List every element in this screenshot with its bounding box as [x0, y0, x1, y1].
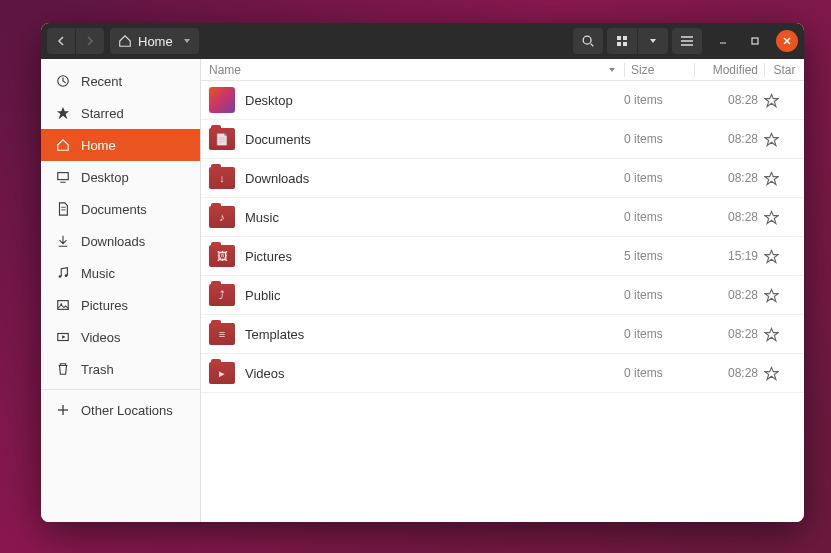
file-modified: 08:28	[694, 210, 764, 224]
view-dropdown-button[interactable]	[638, 28, 668, 54]
file-modified: 08:28	[694, 288, 764, 302]
file-size: 0 items	[624, 210, 694, 224]
svg-line-1	[591, 44, 594, 47]
home-icon	[55, 138, 71, 152]
file-row[interactable]: Desktop0 items08:28	[201, 81, 804, 120]
column-name[interactable]: Name	[201, 63, 624, 77]
sidebar: RecentStarredHomeDesktopDocumentsDownloa…	[41, 59, 201, 522]
file-modified: 08:28	[694, 171, 764, 185]
star-toggle[interactable]	[764, 210, 804, 225]
star-toggle[interactable]	[764, 132, 804, 147]
svg-point-19	[65, 274, 68, 277]
sidebar-item-label: Documents	[81, 202, 147, 217]
star-toggle[interactable]	[764, 366, 804, 381]
svg-rect-14	[58, 173, 69, 180]
star-toggle[interactable]	[764, 171, 804, 186]
file-modified: 08:28	[694, 327, 764, 341]
file-size: 0 items	[624, 327, 694, 341]
file-modified: 08:28	[694, 132, 764, 146]
folder-icon: ↓	[209, 165, 235, 191]
sort-indicator-icon	[608, 66, 616, 74]
file-modified: 15:19	[694, 249, 764, 263]
sidebar-item-downloads[interactable]: Downloads	[41, 225, 200, 257]
sidebar-item-desktop[interactable]: Desktop	[41, 161, 200, 193]
sidebar-item-label: Music	[81, 266, 115, 281]
sidebar-item-home[interactable]: Home	[41, 129, 200, 161]
maximize-button[interactable]	[744, 30, 766, 52]
folder-icon: 🖼	[209, 243, 235, 269]
column-headers: Name Size Modified Star	[201, 59, 804, 81]
svg-rect-5	[623, 42, 627, 46]
music-icon	[55, 266, 71, 280]
sidebar-item-label: Videos	[81, 330, 121, 345]
picture-icon	[55, 298, 71, 312]
video-icon	[55, 330, 71, 344]
sidebar-item-label: Desktop	[81, 170, 129, 185]
download-icon	[55, 234, 71, 248]
sidebar-item-starred[interactable]: Starred	[41, 97, 200, 129]
svg-rect-10	[752, 38, 758, 44]
file-modified: 08:28	[694, 93, 764, 107]
back-button[interactable]	[47, 28, 75, 54]
star-toggle[interactable]	[764, 249, 804, 264]
file-row[interactable]: ⤴Public0 items08:28	[201, 276, 804, 315]
sidebar-item-pictures[interactable]: Pictures	[41, 289, 200, 321]
sidebar-item-label: Trash	[81, 362, 114, 377]
sidebar-item-label: Starred	[81, 106, 124, 121]
folder-icon: ≡	[209, 321, 235, 347]
sidebar-item-label: Home	[81, 138, 116, 153]
sidebar-item-music[interactable]: Music	[41, 257, 200, 289]
hamburger-menu-button[interactable]	[672, 28, 702, 54]
file-size: 0 items	[624, 132, 694, 146]
column-modified[interactable]: Modified	[694, 63, 764, 77]
file-row[interactable]: ▸Videos0 items08:28	[201, 354, 804, 393]
file-name: Public	[235, 288, 624, 303]
trash-icon	[55, 362, 71, 376]
file-row[interactable]: ♪Music0 items08:28	[201, 198, 804, 237]
forward-button[interactable]	[76, 28, 104, 54]
file-manager-window: Home RecentStar	[41, 23, 804, 522]
file-size: 0 items	[624, 93, 694, 107]
file-row[interactable]: ↓Downloads0 items08:28	[201, 159, 804, 198]
search-button[interactable]	[573, 28, 603, 54]
file-row[interactable]: ≡Templates0 items08:28	[201, 315, 804, 354]
svg-rect-20	[58, 301, 69, 310]
file-row[interactable]: 🖼Pictures5 items15:19	[201, 237, 804, 276]
star-toggle[interactable]	[764, 288, 804, 303]
view-grid-button[interactable]	[607, 28, 637, 54]
column-star[interactable]: Star	[764, 63, 804, 77]
sidebar-item-label: Pictures	[81, 298, 128, 313]
file-name: Pictures	[235, 249, 624, 264]
file-row[interactable]: 📄Documents0 items08:28	[201, 120, 804, 159]
clock-icon	[55, 74, 71, 88]
sidebar-other-locations[interactable]: Other Locations	[41, 394, 200, 426]
file-name: Videos	[235, 366, 624, 381]
file-name: Music	[235, 210, 624, 225]
folder-icon: ▸	[209, 360, 235, 386]
svg-rect-4	[617, 42, 621, 46]
sidebar-item-label: Recent	[81, 74, 122, 89]
path-dropdown-icon[interactable]	[183, 37, 191, 45]
path-bar[interactable]: Home	[110, 28, 199, 54]
home-icon	[118, 34, 132, 48]
file-name: Documents	[235, 132, 624, 147]
sidebar-item-videos[interactable]: Videos	[41, 321, 200, 353]
star-toggle[interactable]	[764, 327, 804, 342]
svg-rect-3	[623, 36, 627, 40]
file-name: Templates	[235, 327, 624, 342]
close-button[interactable]	[776, 30, 798, 52]
minimize-button[interactable]	[712, 30, 734, 52]
sidebar-item-recent[interactable]: Recent	[41, 65, 200, 97]
titlebar: Home	[41, 23, 804, 59]
file-name: Downloads	[235, 171, 624, 186]
star-toggle[interactable]	[764, 93, 804, 108]
folder-icon: ⤴	[209, 282, 235, 308]
plus-icon	[55, 404, 71, 416]
file-size: 0 items	[624, 366, 694, 380]
svg-rect-2	[617, 36, 621, 40]
sidebar-item-documents[interactable]: Documents	[41, 193, 200, 225]
column-size[interactable]: Size	[624, 63, 694, 77]
desktop-folder-icon	[209, 87, 235, 113]
file-size: 0 items	[624, 171, 694, 185]
sidebar-item-trash[interactable]: Trash	[41, 353, 200, 385]
